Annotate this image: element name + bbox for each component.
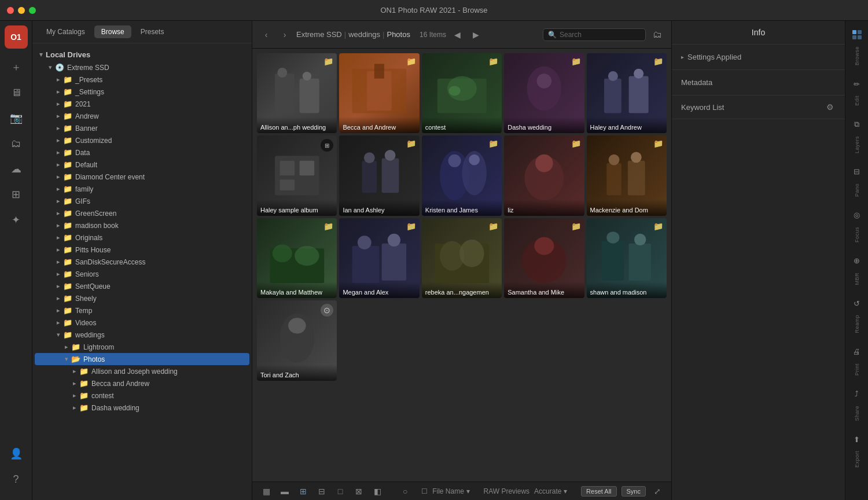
- organize-icon[interactable]: ⊞: [5, 183, 28, 206]
- traffic-lights[interactable]: [7, 7, 36, 14]
- sidebar-item-weddings[interactable]: ▾ 📁 weddings: [35, 329, 249, 341]
- search-input[interactable]: [560, 31, 641, 39]
- monitor-icon[interactable]: 🖥: [5, 81, 28, 104]
- next-page-button[interactable]: ▶: [469, 28, 483, 42]
- strip-pano-icon[interactable]: ⊟: [848, 163, 866, 181]
- grid-item-liz[interactable]: 📁 liz: [504, 135, 584, 215]
- tab-my-catalogs[interactable]: My Catalogs: [39, 25, 92, 38]
- sidebar-item-default[interactable]: ▸ 📁 Default: [35, 159, 249, 171]
- camera-icon[interactable]: 📷: [5, 106, 28, 130]
- grid-item-becca[interactable]: 📁 Becca and Andrew: [339, 53, 419, 133]
- compare-view-button[interactable]: ⊟: [315, 484, 329, 498]
- sidebar-item-presets[interactable]: ▸ 📁 _Presets: [35, 73, 249, 86]
- strip-export-icon[interactable]: ⬆: [848, 430, 866, 448]
- chevron-right-icon: ▸: [681, 54, 684, 60]
- select-view-button[interactable]: ◧: [370, 484, 384, 498]
- strip-edit-icon[interactable]: ✏: [848, 75, 866, 93]
- close-button[interactable]: [7, 7, 14, 14]
- maximize-button[interactable]: [29, 7, 36, 14]
- help-icon[interactable]: ?: [5, 468, 28, 491]
- tab-presets[interactable]: Presets: [134, 25, 171, 38]
- grid-item-shawn[interactable]: 📁 shawn and madison: [587, 218, 667, 298]
- sidebar-item-contest[interactable]: ▸ 📁 contest: [35, 389, 249, 402]
- grid-view-button[interactable]: ⊞: [296, 484, 310, 498]
- breadcrumb-photos[interactable]: Photos: [387, 30, 410, 39]
- local-drives-header[interactable]: ▾ Local Drives: [32, 48, 252, 61]
- strip-focus-icon[interactable]: ◎: [848, 206, 866, 225]
- sidebar-item-becca[interactable]: ▸ 📁 Becca and Andrew: [35, 377, 249, 389]
- strip-mbr-icon[interactable]: ⊕: [848, 252, 866, 270]
- grid-item-tori[interactable]: ⊙ Tori and Zach: [257, 300, 337, 380]
- grid-item-kristen[interactable]: 📁 Kristen and James: [422, 135, 502, 215]
- filmstrip-toggle-button[interactable]: ▬: [278, 484, 292, 498]
- sidebar-item-diamond[interactable]: ▸ 📁 Diamond Center event: [35, 171, 249, 183]
- grid-item-contest[interactable]: 📁 contest: [422, 53, 502, 133]
- sidebar-item-settings[interactable]: ▸ 📁 _Settings: [35, 86, 249, 98]
- fullscreen-button[interactable]: ⤢: [650, 484, 664, 498]
- loupe-view-button[interactable]: □: [333, 484, 347, 498]
- grid-item-allison[interactable]: 📁 Allison an...ph wedding: [257, 53, 337, 133]
- sidebar-item-banner[interactable]: ▸ 📁 Banner: [35, 122, 249, 134]
- breadcrumb-weddings[interactable]: weddings: [348, 30, 380, 39]
- grid-item-samantha[interactable]: 📁 Samantha and Mike: [504, 218, 584, 298]
- metadata-row[interactable]: Metadata: [681, 76, 836, 89]
- user-icon[interactable]: 👤: [5, 442, 28, 465]
- sidebar-item-originals[interactable]: ▸ 📁 Originals: [35, 231, 249, 244]
- grid-item-makayla[interactable]: 📁 Makayla and Matthew: [257, 218, 337, 298]
- sidebar-item-extreme-ssd[interactable]: ▾ 💿 Extreme SSD: [35, 61, 249, 73]
- back-button[interactable]: ‹: [259, 28, 273, 42]
- strip-share-icon[interactable]: ⤴: [848, 385, 866, 403]
- sidebar-item-allison[interactable]: ▸ 📁 Allison and Joseph wedding: [35, 365, 249, 377]
- sidebar-item-2021[interactable]: ▸ 📁 2021: [35, 98, 249, 110]
- sidebar-item-dasha[interactable]: ▸ 📁 Dasha wedding: [35, 402, 249, 414]
- sidebar-item-andrew[interactable]: ▸ 📁 Andrew: [35, 110, 249, 122]
- sidebar-item-data[interactable]: ▸ 📁 Data: [35, 146, 249, 159]
- strip-print-icon[interactable]: 🖨: [848, 343, 866, 361]
- sidebar-item-family[interactable]: ▸ 📁 family: [35, 183, 249, 195]
- sidebar-item-photos[interactable]: ▾ 📂 Photos: [35, 353, 249, 365]
- sidebar-item-videos[interactable]: ▸ 📁 Videos: [35, 317, 249, 329]
- sidebar-item-temp[interactable]: ▸ 📁 Temp: [35, 304, 249, 317]
- strip-reamp-icon[interactable]: ↺: [848, 294, 866, 312]
- cloud-icon[interactable]: ☁: [5, 157, 28, 181]
- minimize-button[interactable]: [18, 7, 25, 14]
- grid-item-megan[interactable]: 📁 Megan and Alex: [339, 218, 419, 298]
- sidebar-item-pitts[interactable]: ▸ 📁 Pitts House: [35, 244, 249, 256]
- forward-button[interactable]: ›: [278, 28, 292, 42]
- add-icon[interactable]: ＋: [5, 56, 28, 79]
- sidebar-item-sheely[interactable]: ▸ 📁 Sheely: [35, 292, 249, 304]
- strip-browse-icon[interactable]: [848, 25, 866, 44]
- grid-item-haley[interactable]: 📁 Haley and Andrew: [587, 53, 667, 133]
- sync-button[interactable]: Sync: [621, 486, 646, 497]
- prev-page-button[interactable]: ◀: [451, 28, 465, 42]
- settings-applied-row[interactable]: ▸ Settings Applied: [681, 50, 836, 64]
- app-icon[interactable]: O1: [5, 25, 28, 49]
- albums-icon[interactable]: 🗂: [5, 132, 28, 155]
- grid-item-dasha[interactable]: 📁 Dasha wedding: [504, 53, 584, 133]
- tab-browse[interactable]: Browse: [94, 25, 131, 38]
- folder-badge: 📁: [406, 139, 416, 148]
- sidebar-item-gifs[interactable]: ▸ 📁 GIFs: [35, 195, 249, 207]
- sidebar-item-sandisk[interactable]: ▸ 📁 SanDiskSecureAccess: [35, 256, 249, 268]
- view-toggle-button[interactable]: 🗂: [650, 28, 664, 42]
- sidebar-item-lightroom[interactable]: ▸ 📁 Lightroom: [35, 341, 249, 353]
- sidebar-item-customized[interactable]: ▸ 📁 Customized: [35, 134, 249, 146]
- grid-item-rebeka[interactable]: 📁 rebeka an...ngagemen: [422, 218, 502, 298]
- sidebar-item-madison[interactable]: ▸ 📁 madison book: [35, 219, 249, 231]
- sidebar-item-sentqueue[interactable]: ▸ 📁 SentQueue: [35, 280, 249, 292]
- breadcrumb-extreme-ssd[interactable]: Extreme SSD: [296, 30, 342, 39]
- reset-all-button[interactable]: Reset All: [581, 486, 616, 497]
- grid-item-mackenzie[interactable]: 📁 Mackenzie and Dom: [587, 135, 667, 215]
- grid-item-ian[interactable]: 📁 Ian and Ashley: [339, 135, 419, 215]
- sort-dropdown[interactable]: File Name ▾: [432, 487, 470, 495]
- develop-icon[interactable]: ✦: [5, 208, 28, 231]
- keyword-gear-button[interactable]: ⚙: [824, 101, 836, 113]
- detail-view-button[interactable]: ⊠: [352, 484, 366, 498]
- grid-item-haley-album[interactable]: ⊞ Haley sample album: [257, 135, 337, 215]
- sidebar-item-greenscreen[interactable]: ▸ 📁 GreenScreen: [35, 207, 249, 219]
- sidebar-toggle-button[interactable]: ▦: [259, 484, 273, 498]
- strip-layers-icon[interactable]: ⧉: [848, 115, 866, 134]
- photo-grid-container[interactable]: 📁 Allison an...ph wedding 📁 Becca and An…: [252, 49, 671, 481]
- accurate-dropdown[interactable]: Accurate ▾: [534, 487, 567, 495]
- sidebar-item-seniors[interactable]: ▸ 📁 Seniors: [35, 268, 249, 280]
